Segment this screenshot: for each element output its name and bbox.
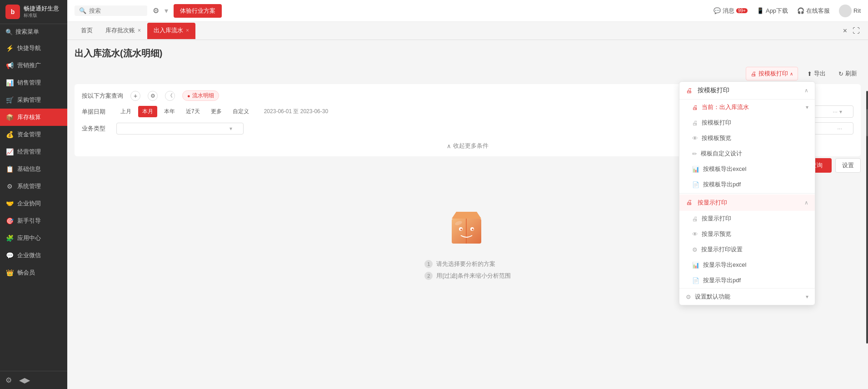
empty-step-2: 2 用[过滤]条件来缩小分析范围 <box>424 272 510 280</box>
template-preview-item[interactable]: 👁 按模板预览 <box>679 130 815 146</box>
messages-label: 消息 <box>723 7 734 15</box>
date-options: 上月 本月 本年 近7天 更多 自定义 <box>116 106 253 117</box>
tab-batch-account-close[interactable]: × <box>138 27 141 34</box>
industry-solution-button[interactable]: 体验行业方案 <box>174 4 222 18</box>
tab-flow[interactable]: 出入库流水 × <box>147 23 195 39</box>
tab-home[interactable]: 首页 <box>75 23 99 39</box>
sidebar-item-beginner[interactable]: 🎯 新手引导 <box>0 212 67 229</box>
dropdown-collapse-icon[interactable]: ∧ <box>804 87 808 94</box>
date-current-month-btn[interactable]: 本月 <box>138 106 157 117</box>
marketing-icon: 📢 <box>5 61 14 70</box>
export-label: 导出 <box>814 70 826 78</box>
header-dropdown-icon[interactable]: ▾ <box>165 6 168 15</box>
sidebar-search[interactable]: 🔍 搜索菜单 <box>0 24 67 40</box>
date-more-btn[interactable]: 更多 <box>207 106 226 117</box>
set-default-chevron: ▾ <box>806 294 808 300</box>
sidebar-item-label: 库存核算 <box>17 113 41 121</box>
sidebar-search-label: 搜索菜单 <box>15 28 39 36</box>
collapse-more-button[interactable]: ∧ 收起更多条件 <box>447 142 489 150</box>
date-last-7-days-btn[interactable]: 近7天 <box>182 106 204 117</box>
filter-settings-button[interactable]: ⚙ <box>148 91 158 101</box>
user-name: Rit <box>853 7 861 14</box>
footer-settings-icon[interactable]: ⚙ <box>5 376 12 384</box>
display-export-pdf-item[interactable]: 📄 按显示导出pdf <box>679 273 815 288</box>
collapse-more-label: 收起更多条件 <box>453 142 489 150</box>
collapse-icon: 《 <box>168 92 173 99</box>
display-preview-item[interactable]: 👁 按显示预览 <box>679 226 815 242</box>
refresh-button[interactable]: ↻ 刷新 <box>835 68 861 80</box>
page-content-area: 出入库流水(流水明细) 🖨 按模板打印 ∧ ⬆ 导出 ↻ 刷新 🖨 <box>67 40 868 389</box>
header-actions: 💬 消息 99+ 📱 App下载 🎧 在线客服 Rit <box>713 5 861 17</box>
sidebar-item-vip[interactable]: 👑 畅会员 <box>0 264 67 281</box>
sidebar-item-label: 资金管理 <box>17 130 41 139</box>
filter-collapse-button[interactable]: 《 <box>165 91 175 101</box>
template-print-item[interactable]: 🖨 按模板打印 <box>679 115 815 130</box>
print-template-button[interactable]: 🖨 按模板打印 ∧ <box>746 67 798 80</box>
display-print-label: 按显示打印 <box>702 214 731 223</box>
current-chevron-down: ▾ <box>806 104 808 110</box>
sidebar-footer: ⚙ ◀▶ <box>0 371 67 389</box>
template-export-pdf-item[interactable]: 📄 按模板导出pdf <box>679 177 815 192</box>
search-input[interactable] <box>89 7 125 14</box>
date-custom-btn[interactable]: 自定义 <box>229 106 253 117</box>
sales-icon: 📊 <box>5 79 14 87</box>
operations-icon: 📈 <box>5 148 14 156</box>
display-print-icon: 🖨 <box>692 215 698 222</box>
sidebar-item-app-center[interactable]: 🧩 应用中心 <box>0 229 67 247</box>
tab-batch-account[interactable]: 库存批次账 × <box>99 23 147 39</box>
settings-button[interactable]: 设置 <box>835 158 861 173</box>
filter-add-button[interactable]: + <box>130 91 140 101</box>
sidebar-item-label: 系统管理 <box>17 182 41 190</box>
step-1-text: 请先选择要分析的方案 <box>436 260 495 268</box>
footer-collapse-icon[interactable]: ◀▶ <box>19 376 30 384</box>
online-service-button[interactable]: 🎧 在线客服 <box>797 7 830 15</box>
app-center-icon: 🧩 <box>5 234 14 242</box>
date-label: 单据日期 <box>82 108 109 116</box>
set-default-button[interactable]: ⚙ 设置默认功能 ▾ <box>679 288 815 305</box>
sidebar-item-purchase[interactable]: 🛒 采购管理 <box>0 91 67 109</box>
business-type-select[interactable]: ▾ <box>116 123 244 135</box>
header-search-box[interactable]: 🔍 <box>75 5 147 16</box>
chevron-up-icon: ∧ <box>790 71 793 76</box>
display-print-item[interactable]: 🖨 按显示打印 <box>679 211 815 226</box>
sidebar-item-quick-nav[interactable]: ⚡ 快捷导航 <box>0 40 67 57</box>
sidebar-item-finance[interactable]: 💰 资金管理 <box>0 126 67 143</box>
tab-close-all-button[interactable]: × <box>842 26 848 36</box>
sidebar-item-enterprise-wechat[interactable]: 💬 企业微信 <box>0 247 67 264</box>
app-download-label: App下载 <box>766 7 788 15</box>
current-selection-item[interactable]: 🖨 当前：出入库流水 ▾ <box>679 100 815 115</box>
template-custom-item[interactable]: ✏ 模板自定义设计 <box>679 146 815 161</box>
display-print-settings-item[interactable]: ⚙ 按显示打印设置 <box>679 242 815 257</box>
display-export-excel-item[interactable]: 📊 按显示导出excel <box>679 257 815 273</box>
sidebar-item-sales[interactable]: 📊 销售管理 <box>0 74 67 91</box>
headset-icon: 🎧 <box>797 7 804 14</box>
tab-flow-close[interactable]: × <box>186 27 189 34</box>
template-pdf-icon: 📄 <box>692 181 699 188</box>
template-export-excel-item[interactable]: 📊 按模板导出excel <box>679 161 815 177</box>
date-current-year-btn[interactable]: 本年 <box>160 106 179 117</box>
sidebar-item-inventory[interactable]: 📦 库存核算 <box>0 109 67 126</box>
export-button[interactable]: ⬆ 导出 <box>803 68 829 80</box>
tabs-bar: 首页 库存批次账 × 出入库流水 × × ⛶ <box>67 22 868 40</box>
date-last-month-btn[interactable]: 上月 <box>116 106 135 117</box>
user-profile-button[interactable]: Rit <box>839 5 861 17</box>
main-content: 🔍 ⚙ ▾ 体验行业方案 💬 消息 99+ 📱 App下载 🎧 在线客服 Rit <box>67 0 868 389</box>
template-export-pdf-label: 按模板导出pdf <box>703 180 741 189</box>
filter-tag-icon: ● <box>187 93 190 99</box>
header-settings-icon[interactable]: ⚙ <box>153 6 159 15</box>
sidebar-item-label: 应用中心 <box>17 234 41 242</box>
search-icon: 🔍 <box>5 29 13 35</box>
messages-button[interactable]: 💬 消息 99+ <box>713 7 748 15</box>
quick-nav-icon: ⚡ <box>5 44 14 52</box>
sidebar-item-system[interactable]: ⚙ 系统管理 <box>0 178 67 195</box>
app-download-button[interactable]: 📱 App下载 <box>757 7 788 15</box>
sidebar-item-basic-info[interactable]: 📋 基础信息 <box>0 160 67 178</box>
sidebar-item-enterprise-coop[interactable]: 🤝 企业协同 <box>0 195 67 212</box>
tab-maximize-button[interactable]: ⛶ <box>852 26 861 36</box>
print-template-label: 按模板打印 <box>758 70 788 78</box>
display-print-section-header[interactable]: 🖨 按显示打印 ∧ <box>679 194 815 211</box>
sidebar-item-operations[interactable]: 📈 经营管理 <box>0 143 67 160</box>
display-preview-label: 按显示预览 <box>702 230 731 238</box>
messages-icon: 💬 <box>713 7 721 14</box>
sidebar-item-marketing[interactable]: 📢 营销推广 <box>0 57 67 74</box>
